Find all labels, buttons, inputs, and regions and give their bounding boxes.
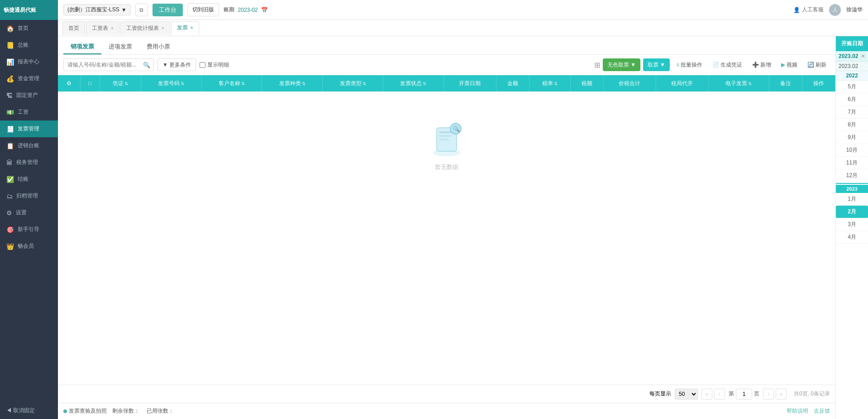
grid-view-icon[interactable]: ⊞	[594, 61, 600, 69]
help-link[interactable]: 帮助说明	[787, 407, 808, 415]
filter-label: 更多条件	[169, 61, 191, 69]
date-month-2022-3[interactable]: 8月	[836, 119, 868, 131]
tab-工资表[interactable]: 工资表×	[86, 21, 119, 35]
svg-text:🔍: 🔍	[453, 125, 460, 132]
tab-close-1[interactable]: ×	[111, 26, 114, 31]
date-month-2022-7[interactable]: 12月	[836, 169, 868, 182]
page-input[interactable]	[736, 389, 752, 400]
tabs-bar: 首页工资表×工资统计报表×发票×	[58, 20, 868, 36]
date-month-2022-1[interactable]: 6月	[836, 93, 868, 106]
take-ticket-btn[interactable]: 取票 ▼	[643, 58, 670, 71]
refresh-btn[interactable]: 🔄 刷新	[804, 58, 830, 71]
company-dropdown-icon: ▼	[121, 7, 127, 13]
footer-dot	[63, 409, 67, 413]
sidebar-item-税务管理[interactable]: 🏛税务管理	[0, 154, 58, 171]
support-icon: 👤	[793, 7, 800, 13]
date-month-2022-0[interactable]: 5月	[836, 81, 868, 93]
date-month-2023-2[interactable]: 3月	[836, 218, 868, 231]
copy-button[interactable]: ⧉	[135, 4, 148, 16]
table-col-7[interactable]: 发票状态⇅	[383, 75, 444, 92]
show-detail-checkbox[interactable]: 显示明细	[200, 61, 229, 69]
sort-icon-5: ⇅	[302, 81, 305, 86]
sidebar-item-结账[interactable]: ✅结账	[0, 171, 58, 188]
sidebar-icon-9: ✅	[6, 176, 14, 183]
table-col-2[interactable]: 凭证⇅	[100, 75, 141, 92]
table-col-14[interactable]: 电子发票⇅	[708, 75, 769, 92]
sort-icon-3: ⇅	[181, 81, 184, 86]
content: 销项发票进项发票费用小票 🔍 ▼ 更多条件	[58, 36, 868, 419]
sidebar-item-首页[interactable]: 🏠首页	[0, 20, 58, 37]
date-month-2022-4[interactable]: 9月	[836, 131, 868, 144]
show-detail-input[interactable]	[200, 62, 205, 68]
username[interactable]: 徐溢华	[846, 6, 863, 14]
date-month-2022-5[interactable]: 10月	[836, 144, 868, 157]
tab-首页[interactable]: 首页	[62, 21, 85, 35]
sub-tab-进项发票[interactable]: 进项发票	[101, 40, 139, 54]
table-col-5[interactable]: 发票种类⇅	[262, 75, 323, 92]
workspace-button[interactable]: 工作台	[153, 4, 183, 16]
table-col-4[interactable]: 客户名称⇅	[201, 75, 262, 92]
toolbar-left: 🔍 ▼ 更多条件 显示明细	[63, 58, 591, 71]
logo-text: 畅捷通易代账	[4, 6, 36, 14]
sidebar-item-新手引导[interactable]: 🎯新手引导	[0, 221, 58, 238]
table-col-10[interactable]: 税率⇅	[529, 75, 570, 92]
new-btn[interactable]: ➕ 新增	[749, 58, 775, 71]
sidebar-item-资金管理[interactable]: 💰资金管理	[0, 70, 58, 87]
tab-工资统计报表[interactable]: 工资统计报表×	[120, 21, 170, 35]
table-col-3[interactable]: 发票号码⇅	[141, 75, 201, 92]
sidebar-item-进销台账[interactable]: 📋进销台账	[0, 137, 58, 154]
pagination-prev[interactable]: ‹	[714, 389, 725, 400]
sidebar-item-报表中心[interactable]: 📊报表中心	[0, 53, 58, 70]
pagination-last[interactable]: »	[776, 389, 787, 400]
sub-tab-费用小票[interactable]: 费用小票	[139, 40, 177, 54]
sort-icon-10: ⇅	[554, 81, 558, 86]
sidebar-item-归档管理[interactable]: 🗂归档管理	[0, 188, 58, 204]
table-col-6[interactable]: 发票类型⇅	[323, 75, 383, 92]
pagination-nav-right: › »	[763, 389, 787, 400]
open-date-button[interactable]: 开账日期	[836, 36, 868, 51]
date-close-top[interactable]: ✕	[861, 53, 865, 59]
table-col-1: □	[80, 75, 100, 92]
no-tax-btn[interactable]: 无色取票 ▼	[603, 58, 640, 71]
sidebar-label-13: 畅会员	[18, 242, 34, 250]
tab-label-1: 工资表	[92, 24, 108, 32]
date-month-2022-2[interactable]: 7月	[836, 106, 868, 119]
sub-tab-销项发票[interactable]: 销项发票	[63, 40, 101, 54]
batch-ops-btn[interactable]: ≡ 批量操作	[672, 58, 706, 71]
take-ticket-arrow: ▼	[660, 62, 665, 68]
tab-label-0: 首页	[68, 24, 79, 32]
sidebar-pin-toggle[interactable]: ◀ 取消固定	[0, 402, 58, 419]
search-input[interactable]	[63, 58, 154, 71]
video-icon: ▶	[781, 62, 785, 68]
sidebar-logo: 畅捷通易代账	[0, 0, 58, 20]
sidebar-item-固定资产[interactable]: 🏗固定资产	[0, 87, 58, 104]
switch-version-button[interactable]: 切到旧版	[187, 3, 219, 16]
tab-close-2[interactable]: ×	[162, 26, 164, 31]
company-selector[interactable]: (勿删）江西服宝-LSS ▼	[63, 4, 131, 15]
pagination-first[interactable]: «	[701, 389, 712, 400]
date-month-2023-0[interactable]: 1月	[836, 193, 868, 206]
support-button[interactable]: 👤 人工客服	[793, 6, 824, 14]
date-year-2022[interactable]: 2022	[836, 71, 868, 81]
sidebar-item-工资[interactable]: 💵工资	[0, 104, 58, 120]
filter-button[interactable]: ▼ 更多条件	[157, 58, 196, 71]
tab-close-3[interactable]: ×	[191, 25, 193, 30]
topbar: (勿删）江西服宝-LSS ▼ ⧉ 工作台 切到旧版 账期 2023-02 📅 👤…	[58, 0, 868, 20]
sidebar-item-设置[interactable]: ⚙设置	[0, 204, 58, 221]
date-year-2023[interactable]: 2023	[836, 185, 868, 193]
sidebar-label-11: 设置	[16, 209, 27, 217]
tab-发票[interactable]: 发票×	[171, 21, 199, 35]
page-suffix: 页	[754, 390, 759, 398]
pagination-next[interactable]: ›	[763, 389, 774, 400]
per-page-select[interactable]: 50 10 20 100	[675, 389, 698, 400]
date-month-2023-3[interactable]: 4月	[836, 231, 868, 244]
video-btn[interactable]: ▶ 视频	[777, 58, 801, 71]
feedback-link[interactable]: 去反馈	[814, 407, 830, 415]
sidebar-item-总账[interactable]: 📒总账	[0, 37, 58, 53]
gen-voucher-btn[interactable]: 📄 生成凭证	[709, 58, 746, 71]
take-ticket-label: 取票	[648, 61, 658, 69]
sidebar-item-发票管理[interactable]: 🧾发票管理	[0, 120, 58, 137]
date-month-2022-6[interactable]: 11月	[836, 157, 868, 169]
sidebar-item-畅会员[interactable]: 👑畅会员	[0, 238, 58, 255]
date-month-2023-1[interactable]: 2月	[836, 206, 868, 218]
